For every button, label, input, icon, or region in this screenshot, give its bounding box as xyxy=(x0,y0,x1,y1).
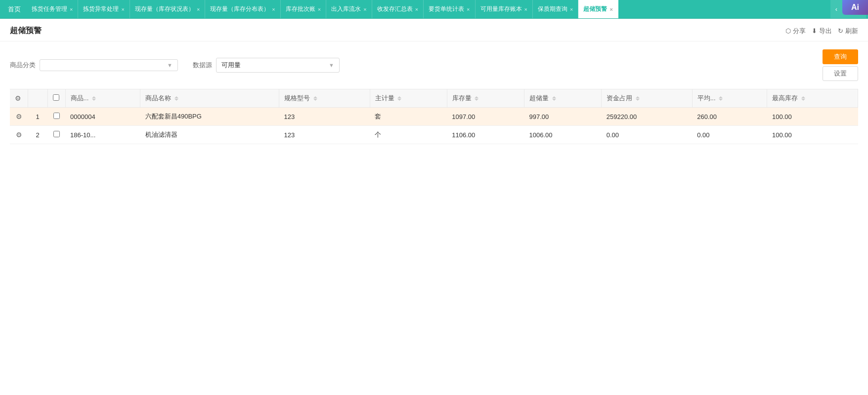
select-all-checkbox[interactable] xyxy=(53,94,59,101)
sort-up-icon xyxy=(636,96,640,98)
th-stock[interactable]: 库存量 xyxy=(447,89,524,108)
nav-tab-label: 拣货任务管理 xyxy=(32,5,67,13)
chevron-down-icon: ▼ xyxy=(167,62,173,68)
row-max-stock: 100.00 xyxy=(767,126,858,144)
refresh-link[interactable]: ↻ 刷新 xyxy=(838,27,858,36)
row-overstock: 997.00 xyxy=(524,108,602,126)
row-checkbox[interactable] xyxy=(53,131,60,137)
th-product-name[interactable]: 商品名称 xyxy=(140,89,279,108)
sort-down-icon xyxy=(174,99,178,101)
close-icon[interactable]: × xyxy=(415,6,418,12)
close-icon[interactable]: × xyxy=(467,6,470,12)
close-icon[interactable]: × xyxy=(524,6,527,12)
share-link[interactable]: ⬡ 分享 xyxy=(785,27,806,36)
sort-down-icon xyxy=(475,99,478,101)
nav-tab-order-stats[interactable]: 要货单统计表 × xyxy=(424,0,475,19)
sort-up-icon xyxy=(552,96,556,98)
table-container: ⚙ 商品... 商品名称 xyxy=(0,89,868,144)
row-product-code: 0000004 xyxy=(65,108,140,126)
nav-tab-task-mgmt[interactable]: 拣货任务管理 × xyxy=(27,0,78,19)
row-settings-icon[interactable]: ⚙ xyxy=(16,131,22,139)
nav-tab-label: 库存批次账 xyxy=(286,5,315,13)
sort-icon xyxy=(92,96,96,101)
sort-down-icon xyxy=(313,99,317,101)
nav-tab-label: 现存量（库存状况表） xyxy=(135,5,194,13)
filter-area: 商品分类 ▼ 数据源 可用量 ▼ 查询 设置 xyxy=(0,41,868,89)
nav-tab-label: 现存量（库存分布表） xyxy=(210,5,269,13)
sort-up-icon xyxy=(92,96,96,98)
close-icon[interactable]: × xyxy=(272,6,275,12)
row-max-stock: 100.00 xyxy=(767,108,858,126)
th-product-code-label: 商品... xyxy=(71,94,89,102)
row-checkbox[interactable] xyxy=(53,113,60,119)
query-button[interactable]: 查询 xyxy=(823,49,858,64)
close-icon[interactable]: × xyxy=(318,6,321,12)
datasource-filter: 数据源 可用量 ▼ xyxy=(193,58,340,73)
refresh-icon: ↻ xyxy=(838,27,843,35)
row-product-code: 186-10... xyxy=(65,126,140,144)
nav-tab-label: 拣货异常处理 xyxy=(83,5,119,13)
category-select[interactable]: ▼ xyxy=(40,59,178,71)
sort-up-icon xyxy=(313,96,317,98)
th-avg[interactable]: 平均... xyxy=(692,89,767,108)
nav-tab-inout-flow[interactable]: 出入库流水 × xyxy=(326,0,372,19)
sort-icon xyxy=(552,96,556,101)
chevron-down-icon: ▼ xyxy=(329,62,334,68)
row-checkbox-cell xyxy=(47,108,65,126)
nav-home[interactable]: 首页 xyxy=(2,0,27,19)
sort-up-icon xyxy=(801,96,805,98)
row-capital: 0.00 xyxy=(602,126,692,144)
datasource-select[interactable]: 可用量 ▼ xyxy=(216,58,340,73)
nav-prev-button[interactable]: ‹ xyxy=(830,0,842,19)
sort-icon xyxy=(174,96,178,101)
row-unit: 套 xyxy=(370,108,447,126)
settings-icon[interactable]: ⚙ xyxy=(15,94,21,102)
datasource-value: 可用量 xyxy=(221,61,241,70)
th-overstock-label: 超储量 xyxy=(529,94,549,102)
close-icon[interactable]: × xyxy=(70,6,73,12)
th-overstock[interactable]: 超储量 xyxy=(524,89,602,108)
th-unit-label: 主计量 xyxy=(375,94,394,102)
share-icon: ⬡ xyxy=(785,27,791,35)
nav-tab-available-account[interactable]: 可用量库存账本 × xyxy=(476,0,533,19)
page-content: 超储预警 ⬡ 分享 ⬇ 导出 ↻ 刷新 商品分类 ▼ 数据源 xyxy=(0,19,868,395)
th-product-code[interactable]: 商品... xyxy=(65,89,140,108)
sort-down-icon xyxy=(552,99,556,101)
row-product-name: 机油滤清器 xyxy=(140,126,279,144)
th-capital-label: 资金占用 xyxy=(607,94,632,102)
sort-icon xyxy=(636,96,640,101)
page-title: 超储预警 xyxy=(10,26,42,36)
row-spec: 123 xyxy=(279,108,370,126)
close-icon[interactable]: × xyxy=(121,6,124,12)
close-icon[interactable]: × xyxy=(197,6,200,12)
th-unit[interactable]: 主计量 xyxy=(370,89,447,108)
table-header-row: ⚙ 商品... 商品名称 xyxy=(10,89,858,108)
sort-down-icon xyxy=(801,99,805,101)
nav-tab-quality-check[interactable]: 保质期查询 × xyxy=(533,0,578,19)
close-icon[interactable]: × xyxy=(609,6,612,12)
nav-tab-batch-account[interactable]: 库存批次账 × xyxy=(281,0,326,19)
settings-button[interactable]: 设置 xyxy=(823,66,858,81)
row-gear[interactable]: ⚙ xyxy=(10,126,28,144)
th-capital[interactable]: 资金占用 xyxy=(602,89,692,108)
close-icon[interactable]: × xyxy=(570,6,573,12)
nav-tab-inventory-status[interactable]: 现存量（库存状况表） × xyxy=(130,0,205,19)
category-filter: 商品分类 ▼ xyxy=(10,59,178,71)
export-link[interactable]: ⬇ 导出 xyxy=(812,27,832,36)
nav-tab-inventory-dist[interactable]: 现存量（库存分布表） × xyxy=(205,0,280,19)
nav-tab-label: 出入库流水 xyxy=(331,5,361,13)
th-spec[interactable]: 规格型号 xyxy=(279,89,370,108)
close-icon[interactable]: × xyxy=(363,6,366,12)
nav-tab-exception[interactable]: 拣货异常处理 × xyxy=(78,0,130,19)
row-unit: 个 xyxy=(370,126,447,144)
th-max-stock[interactable]: 最高库存 xyxy=(767,89,858,108)
nav-tab-label: 可用量库存账本 xyxy=(480,5,522,13)
sort-up-icon xyxy=(397,96,401,98)
row-stock: 1097.00 xyxy=(447,108,524,126)
row-settings-icon[interactable]: ⚙ xyxy=(16,113,22,120)
row-spec: 123 xyxy=(279,126,370,144)
nav-tab-overstock-warning[interactable]: 超储预警 × xyxy=(578,0,618,19)
th-num xyxy=(28,89,47,108)
row-gear[interactable]: ⚙ xyxy=(10,108,28,126)
nav-tab-collect-summary[interactable]: 收发存汇总表 × xyxy=(372,0,424,19)
